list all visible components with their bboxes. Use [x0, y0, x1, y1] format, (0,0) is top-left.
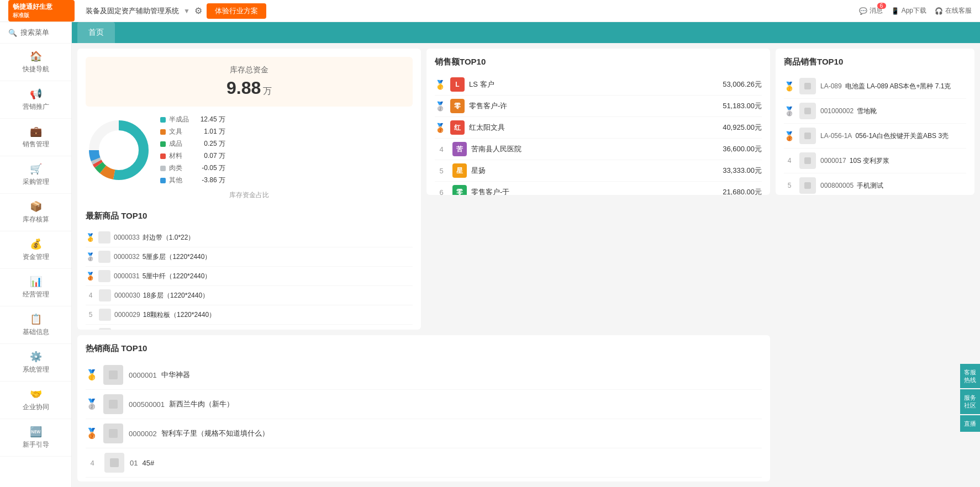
- legend-label: 半成品: [169, 115, 189, 124]
- service-community-btn[interactable]: 服务 社区: [960, 389, 980, 414]
- svg-rect-4: [804, 182, 811, 189]
- direct-btn[interactable]: 直播: [960, 415, 980, 432]
- basic-info-icon: 📋: [30, 313, 42, 325]
- sales-rank-row: 6 零 零售客户-于 21,680.00元: [435, 182, 762, 195]
- latest-product-name: 18颗粒板（1220*2440）: [143, 310, 215, 320]
- product-placeholder-icon: [803, 156, 812, 165]
- sidebar-item-system[interactable]: ⚙️ 系统管理: [0, 344, 71, 382]
- hot-product-name: 智利车子里（规格不知道填什么）: [161, 428, 269, 438]
- message-icon: 💬: [859, 7, 867, 15]
- legend-label: 其他: [169, 176, 189, 185]
- legend-dot: [160, 166, 166, 171]
- legend-label: 成品: [169, 139, 189, 149]
- sidebar-item-basic-info[interactable]: 📋 基础信息: [0, 306, 71, 344]
- product-name: 10S 变利罗浆: [850, 156, 966, 166]
- logo-line2: 标准版: [13, 12, 52, 19]
- legend-item: 其他 -3.86 万: [160, 176, 225, 185]
- sidebar-label-finance: 资金管理: [23, 252, 49, 262]
- rank-number: 4: [86, 292, 96, 299]
- sidebar-item-purchase[interactable]: 🛒 采购管理: [0, 156, 71, 194]
- svg-rect-1: [804, 108, 811, 114]
- latest-product-name: 5厘中纤（1220*2440）: [143, 272, 212, 281]
- product-rank-row: 5 000800005 手机测试: [784, 173, 966, 195]
- hot-product-code: 000500001: [129, 400, 165, 409]
- header-icons: 💬 消息 6 📱 App下载 🎧 在线客服: [859, 6, 972, 15]
- gear-icon[interactable]: ⚙: [194, 6, 202, 16]
- legend-item: 文具 1.01 万: [160, 127, 225, 136]
- legend-value: 0.25 万: [192, 139, 225, 149]
- customer-service-btn[interactable]: 客服 热线: [960, 364, 980, 389]
- product-code: LA-056-1A: [820, 132, 852, 140]
- search-menu[interactable]: 🔍 搜索菜单: [0, 22, 71, 44]
- inventory-total-label: 库存总资金: [94, 65, 404, 75]
- svg-rect-16: [109, 429, 118, 438]
- hot-products-list: 🥇 0000001 中华神器 🥈 000500001 新西兰牛肉（新牛） 🥉 0…: [86, 361, 762, 481]
- marketing-icon: 📢: [30, 88, 42, 100]
- system-dropdown-icon[interactable]: ▼: [183, 7, 190, 15]
- latest-product-row: 4 0000030 18多层（1220*2440）: [86, 286, 413, 305]
- sales-rank-row: 5 星 星扬 33,333.00元: [435, 160, 762, 182]
- sidebar-item-operations[interactable]: 📊 经营管理: [0, 269, 71, 306]
- latest-product-code: 0000033: [114, 234, 140, 241]
- app-download-label: App下载: [902, 6, 926, 15]
- latest-products-title: 最新商品 TOP10: [86, 211, 413, 221]
- product-name: 雪地靴: [857, 107, 966, 116]
- svg-rect-15: [109, 400, 118, 409]
- product-sales-rank-card: 商品销售TOP10 🥇 LA-089 电池盖 LA-089 ABS本色+黑种 7…: [776, 49, 974, 195]
- product-img: [799, 128, 816, 144]
- legend-item: 半成品 12.45 万: [160, 115, 225, 124]
- hot-product-row: 4 01 45#: [86, 448, 762, 478]
- rank-name: 红太阳文具: [469, 123, 723, 133]
- logo-line1: 畅捷通好生意: [13, 2, 52, 12]
- hot-product-row: 🥇 0000001 中华神器: [86, 361, 762, 390]
- rank-avatar: 星: [452, 163, 467, 178]
- sidebar-item-finance[interactable]: 💰 资金管理: [0, 231, 71, 269]
- hot-product-row: 5 LA-056-1B 056-1B白色按键开关壳ABS2壳: [86, 478, 762, 481]
- rank-avatar: L: [450, 77, 465, 92]
- product-code: 0000017: [820, 157, 846, 165]
- rank-amount: 51,183.00元: [723, 101, 762, 111]
- inventory-unit: 万: [263, 86, 272, 96]
- hot-products-title: 热销商品 TOP10: [86, 343, 762, 354]
- latest-products-list: 🥇 0000033 封边带（1.0*22） 🥈 0000032 5厘多层（122…: [86, 228, 413, 330]
- rank-medal: 🥉: [86, 427, 98, 440]
- rank-amount: 36,600.00元: [723, 144, 762, 154]
- donut-chart-container: 半成品 12.45 万 文具 1.01 万 成品 0.25 万 材料 0.07 …: [86, 115, 413, 185]
- hot-product-img: [103, 424, 123, 443]
- sidebar-item-marketing[interactable]: 📢 营销推广: [0, 81, 71, 119]
- hot-product-name: 新西兰牛肉（新牛）: [169, 399, 234, 409]
- messages-icon-item[interactable]: 💬 消息 6: [859, 6, 883, 15]
- trial-button[interactable]: 体验行业方案: [207, 3, 266, 19]
- rank-amount: 53,006.26元: [723, 80, 762, 89]
- sidebar-item-sales[interactable]: 💼 销售管理: [0, 119, 71, 156]
- sales-rank-row: 🥈 零 零售客户-许 51,183.00元: [435, 96, 762, 117]
- rank-name: 苦南县人民医院: [471, 144, 723, 154]
- guide-icon: 🆕: [30, 426, 42, 438]
- online-service-item[interactable]: 🎧 在线客服: [935, 6, 972, 15]
- svg-rect-17: [110, 458, 119, 467]
- header: 畅捷通好生意 标准版 装备及固定资产辅助管理系统 ▼ ⚙ 体验行业方案 💬 消息…: [0, 0, 980, 22]
- app-download-item[interactable]: 📱 App下载: [891, 6, 926, 15]
- sidebar-item-quick-nav[interactable]: 🏠 快捷导航: [0, 44, 71, 81]
- inventory-chart-label: 库存资金占比: [86, 190, 413, 200]
- product-rank-row: 🥉 LA-056-1A 056-1A白色按键开关盖ABS 3壳: [784, 124, 966, 149]
- latest-product-img: [99, 309, 111, 321]
- sidebar-label-system: 系统管理: [23, 365, 49, 374]
- sales-rank-title: 销售额TOP10: [435, 57, 762, 67]
- operations-icon: 📊: [30, 276, 42, 288]
- legend-dot: [160, 141, 166, 147]
- product-placeholder-icon: [803, 107, 812, 115]
- hot-product-img: [103, 365, 123, 385]
- latest-product-code: 0000029: [114, 311, 140, 319]
- sidebar-item-guide[interactable]: 🆕 新手引导: [0, 419, 71, 457]
- sales-rank-table: 🥇 L LS 客户 53,006.26元 🥈 零 零售客户-许 51,183.0…: [435, 74, 762, 195]
- sidebar-item-cooperation[interactable]: 🤝 企业协同: [0, 382, 71, 419]
- inventory-total-box: 库存总资金 9.88 万: [86, 57, 413, 107]
- app-logo: 畅捷通好生意 标准版: [8, 0, 75, 22]
- product-thumb-icon: [109, 457, 120, 468]
- search-icon: 🔍: [8, 29, 17, 37]
- hot-product-img: [103, 394, 123, 414]
- sidebar-item-inventory[interactable]: 📦 库存核算: [0, 194, 71, 231]
- tab-home[interactable]: 首页: [77, 22, 115, 43]
- latest-product-code: 0000031: [114, 272, 140, 280]
